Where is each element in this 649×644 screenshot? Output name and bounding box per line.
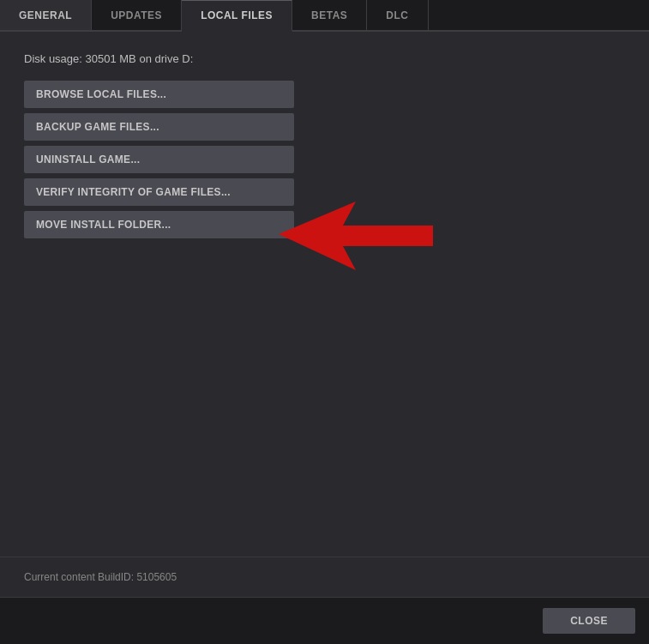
tab-updates[interactable]: UPDATES <box>92 0 182 30</box>
button-browse-local-files[interactable]: BROWSE LOCAL FILES... <box>24 81 294 108</box>
status-bar: Current content BuildID: 5105605 <box>0 557 649 597</box>
tab-bar: GENERALUPDATESLOCAL FILESBETASDLC <box>0 0 649 32</box>
button-uninstall-game[interactable]: UNINSTALL GAME... <box>24 146 294 173</box>
main-content: Disk usage: 30501 MB on drive D: BROWSE … <box>0 32 649 557</box>
close-button[interactable]: CLOSE <box>543 608 635 634</box>
button-verify-integrity[interactable]: VERIFY INTEGRITY OF GAME FILES... <box>24 178 294 206</box>
action-buttons: BROWSE LOCAL FILES...BACKUP GAME FILES..… <box>24 81 625 244</box>
tab-local-files[interactable]: LOCAL FILES <box>182 0 292 32</box>
tab-general[interactable]: GENERAL <box>0 0 92 30</box>
button-move-install-folder[interactable]: MOVE INSTALL FOLDER... <box>24 211 294 238</box>
tab-dlc[interactable]: DLC <box>367 0 428 30</box>
button-backup-game-files[interactable]: BACKUP GAME FILES... <box>24 113 294 141</box>
disk-usage-label: Disk usage: 30501 MB on drive D: <box>24 52 625 65</box>
build-id-label: Current content BuildID: 5105605 <box>24 571 177 583</box>
tab-betas[interactable]: BETAS <box>292 0 367 30</box>
footer: CLOSE <box>0 597 649 644</box>
